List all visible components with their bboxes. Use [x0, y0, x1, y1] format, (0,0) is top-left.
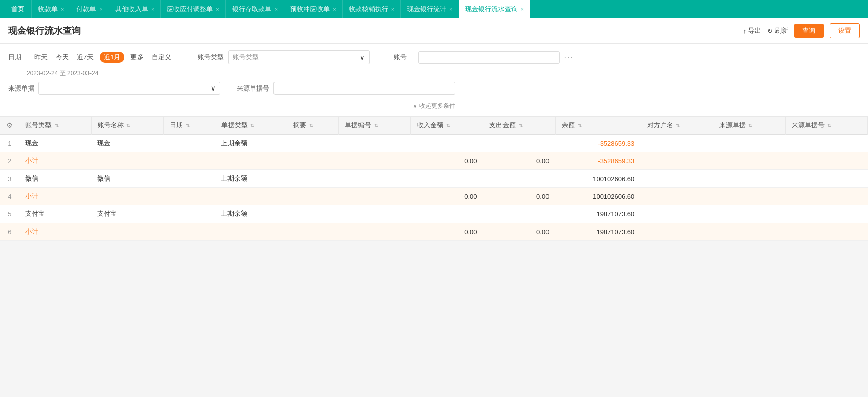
- nav-home[interactable]: 首页: [4, 0, 31, 18]
- account-input[interactable]: [418, 51, 560, 64]
- account-type-filter: 账号类型 账号类型 ∨: [198, 50, 370, 64]
- col-doc-type[interactable]: 单据类型 ⇅: [215, 117, 287, 135]
- source-doc-num-filter: 来源单据号: [237, 82, 455, 95]
- account-type-cell: 支付宝: [19, 205, 92, 223]
- balance-cell: 19871073.60: [555, 205, 641, 223]
- summary-cell: [287, 135, 339, 152]
- doc-type-cell: [215, 152, 287, 170]
- summary-cell: [287, 152, 339, 170]
- account-type-label: 账号类型: [198, 53, 224, 62]
- col-gear[interactable]: ⚙: [0, 117, 19, 135]
- sort-icon: ⇅: [519, 123, 523, 128]
- balance-cell: 100102606.60: [555, 188, 641, 205]
- date-cell: [163, 152, 215, 170]
- close-icon[interactable]: ×: [449, 6, 452, 12]
- col-account-type[interactable]: 账号类型 ⇅: [19, 117, 92, 135]
- col-date[interactable]: 日期 ⇅: [163, 117, 215, 135]
- filter-row-2: 来源单据 ∨ 来源单据号: [8, 82, 860, 95]
- col-source-doc[interactable]: 来源单据 ⇅: [713, 117, 785, 135]
- close-icon[interactable]: ×: [275, 6, 278, 12]
- account-type-select[interactable]: 账号类型 ∨: [228, 50, 370, 64]
- close-icon[interactable]: ×: [61, 6, 64, 12]
- source-doc-no-cell: [785, 205, 867, 223]
- summary-cell: [287, 205, 339, 223]
- source-doc-cell: [713, 205, 785, 223]
- income-cell: 0.00: [411, 223, 483, 241]
- date-btn-1month[interactable]: 近1月: [100, 52, 124, 63]
- nav-tab-fukuandan[interactable]: 付款单 ×: [70, 0, 108, 18]
- doc-no-cell: [339, 135, 411, 152]
- nav-tab-yushouzhongying[interactable]: 预收冲应收单 ×: [284, 0, 342, 18]
- doc-no-cell: [339, 205, 411, 223]
- close-icon[interactable]: ×: [333, 6, 336, 12]
- account-type-placeholder: 账号类型: [233, 53, 259, 62]
- table-row: 3微信微信上期余额100102606.60: [0, 170, 868, 188]
- date-cell: [163, 205, 215, 223]
- col-balance[interactable]: 余额 ⇅: [555, 117, 641, 135]
- col-counterparty[interactable]: 对方户名 ⇅: [641, 117, 713, 135]
- nav-tab-yinhangcunqu[interactable]: 银行存取款单 ×: [225, 0, 284, 18]
- nav-tab-yingshoutiaozheng[interactable]: 应收应付调整单 ×: [160, 0, 225, 18]
- source-doc-cell: [713, 152, 785, 170]
- date-btn-yesterday[interactable]: 昨天: [32, 52, 50, 63]
- col-source-doc-no[interactable]: 来源单据号 ⇅: [785, 117, 867, 135]
- close-icon[interactable]: ×: [216, 6, 219, 12]
- nav-tab-shoukuandan[interactable]: 收款单 ×: [31, 0, 70, 18]
- col-income[interactable]: 收入金额 ⇅: [411, 117, 483, 135]
- source-doc-num-label: 来源单据号: [237, 84, 269, 93]
- expense-cell: 0.00: [483, 223, 556, 241]
- sort-icon: ⇅: [676, 123, 680, 128]
- counterparty-cell: [641, 170, 713, 188]
- source-doc-no-cell: [785, 170, 867, 188]
- main-table: ⚙ 账号类型 ⇅ 账号名称 ⇅ 日期 ⇅ 单据类型 ⇅: [0, 117, 868, 241]
- row-number: 1: [0, 135, 19, 152]
- dropdown-arrow-icon: ∨: [360, 54, 365, 61]
- income-cell: 0.00: [411, 152, 483, 170]
- col-account-name[interactable]: 账号名称 ⇅: [91, 117, 163, 135]
- source-doc-label: 来源单据: [8, 84, 34, 93]
- expense-cell: 0.00: [483, 188, 556, 205]
- nav-tab-shoukuanhexiao[interactable]: 收款核销执行 ×: [342, 0, 400, 18]
- col-doc-no[interactable]: 单据编号 ⇅: [339, 117, 411, 135]
- account-name-cell: [91, 223, 163, 241]
- source-doc-select[interactable]: ∨: [38, 82, 220, 95]
- date-btn-today[interactable]: 今天: [54, 52, 71, 63]
- source-doc-cell: [713, 188, 785, 205]
- counterparty-cell: [641, 188, 713, 205]
- summary-cell: [287, 170, 339, 188]
- export-button[interactable]: ↑ 导出: [743, 26, 762, 35]
- account-type-cell: 小计: [19, 152, 92, 170]
- date-btn-more[interactable]: 更多: [128, 52, 146, 63]
- settings-button[interactable]: 设置: [830, 23, 860, 38]
- close-icon[interactable]: ×: [151, 6, 154, 12]
- source-doc-no-cell: [785, 223, 867, 241]
- collapse-bar[interactable]: ∧ 收起更多条件: [8, 100, 860, 112]
- table-container: ⚙ 账号类型 ⇅ 账号名称 ⇅ 日期 ⇅ 单据类型 ⇅: [0, 117, 868, 241]
- nav-tab-liushuichaxun[interactable]: 现金银行流水查询 ×: [459, 0, 530, 18]
- more-dots[interactable]: ···: [564, 53, 573, 62]
- date-btn-custom[interactable]: 自定义: [150, 52, 173, 63]
- date-cell: [163, 170, 215, 188]
- doc-no-cell: [339, 170, 411, 188]
- close-icon[interactable]: ×: [99, 6, 102, 12]
- gear-icon[interactable]: ⚙: [6, 121, 13, 129]
- account-name-cell: 微信: [91, 170, 163, 188]
- source-doc-filter: 来源单据 ∨: [8, 82, 220, 95]
- col-summary[interactable]: 摘要 ⇅: [287, 117, 339, 135]
- close-icon[interactable]: ×: [521, 6, 524, 12]
- table-row: 1现金现金上期余额-3528659.33: [0, 135, 868, 152]
- table-header-row: ⚙ 账号类型 ⇅ 账号名称 ⇅ 日期 ⇅ 单据类型 ⇅: [0, 117, 868, 135]
- refresh-button[interactable]: ↻ 刷新: [767, 26, 788, 35]
- sort-icon: ⇅: [250, 123, 254, 128]
- date-btn-7days[interactable]: 近7天: [75, 52, 96, 63]
- income-cell: [411, 205, 483, 223]
- query-button[interactable]: 查询: [794, 24, 824, 38]
- sort-icon: ⇅: [126, 123, 130, 128]
- doc-type-cell: [215, 223, 287, 241]
- col-expense[interactable]: 支出金额 ⇅: [483, 117, 556, 135]
- nav-tab-qitashouru[interactable]: 其他收入单 ×: [109, 0, 160, 18]
- source-doc-num-input[interactable]: [273, 82, 455, 95]
- source-doc-cell: [713, 223, 785, 241]
- close-icon[interactable]: ×: [391, 6, 394, 12]
- nav-tab-xianjinyinhang[interactable]: 现金银行统计 ×: [400, 0, 459, 18]
